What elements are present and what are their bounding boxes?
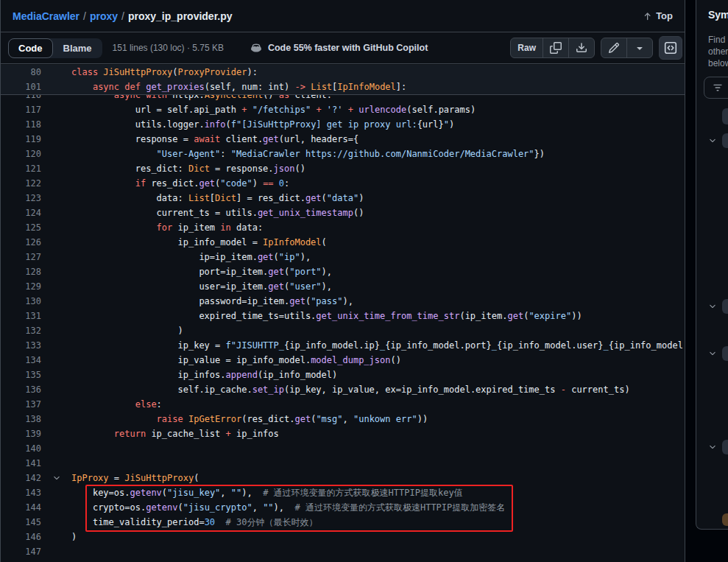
collapse-chevron-icon[interactable] [41,471,71,485]
line-number[interactable]: 147 [1,544,41,559]
chevron-down-icon[interactable] [708,136,717,145]
download-icon [576,42,587,54]
top-link-label: Top [656,10,673,21]
gutter [41,412,71,426]
copy-icon [550,42,562,54]
code-text: password=ip_item.get("pass"), [71,294,685,309]
line-number[interactable]: 137 [1,397,41,412]
copilot-banner[interactable]: Code 55% faster with GitHub Copilot [250,42,428,54]
line-number[interactable]: 120 [1,147,41,161]
code-text: ip=ip_item.get("ip"), [71,250,685,264]
filter-symbols-input[interactable] [704,77,728,99]
line-number[interactable]: 143 [1,485,41,500]
line-number[interactable]: 139 [1,426,41,441]
breadcrumb-folder-link[interactable]: proxy [90,10,118,22]
gutter [41,338,71,353]
line-number[interactable]: 129 [1,279,41,294]
code-line: 119 response = await client.get(url, hea… [1,132,685,147]
line-number[interactable]: 125 [1,220,41,235]
code-text: else: [71,397,685,412]
breadcrumb-separator: / [83,10,86,22]
copilot-icon [250,42,262,54]
line-number[interactable]: 131 [1,309,41,323]
code-line: 101 async def get_proxies(self, num: int… [1,80,685,94]
chevron-down-icon[interactable] [708,349,717,358]
line-number[interactable]: 132 [1,323,41,338]
gutter [41,323,71,338]
description-line: below or in the code. [708,57,728,69]
gutter [41,397,71,412]
code-line: 133 ip_key = f"JISUHTTP_{ip_info_model.i… [1,338,685,353]
breadcrumb-repo-link[interactable]: MediaCrawler [13,10,79,22]
code-line: 127 ip=ip_item.get("ip"), [1,250,685,264]
line-number[interactable]: 119 [1,132,41,147]
line-number[interactable]: 133 [1,338,41,353]
line-number[interactable]: 122 [1,176,41,191]
code-text: async def get_proxies(self, num: int) ->… [71,80,685,94]
symbols-tree-row [696,133,728,148]
file-view-card: MediaCrawler / proxy / proxy_ip_provider… [0,0,685,562]
code-line: 132 ) [1,323,685,338]
copilot-banner-text: Code 55% faster with GitHub Copilot [268,43,428,53]
symbol-item[interactable] [722,513,728,526]
code-text [71,441,685,456]
symbol-item[interactable] [722,346,728,361]
line-number[interactable]: 118 [1,117,41,132]
caret-down-icon [634,42,646,54]
line-number[interactable]: 136 [1,382,41,397]
line-number[interactable]: 145 [1,515,41,530]
line-number[interactable]: 135 [1,368,41,382]
tab-blame[interactable]: Blame [53,38,102,58]
gutter [41,191,71,206]
symbol-item[interactable] [722,440,728,454]
line-number[interactable]: 138 [1,412,41,426]
code-text: url = self.api_path + "/fetchips" + '?' … [71,102,685,117]
line-number[interactable]: 141 [1,456,41,471]
copy-button[interactable] [543,38,568,57]
line-number[interactable]: 101 [1,80,41,94]
code-line: 117 url = self.api_path + "/fetchips" + … [1,102,685,117]
code-line: 147 [1,544,685,559]
symbol-item[interactable] [722,108,728,124]
symbols-tree-row [696,108,728,124]
code-text [71,544,685,559]
gutter [41,161,71,176]
line-number[interactable]: 128 [1,264,41,279]
line-number[interactable]: 80 [1,65,41,80]
line-number[interactable]: 144 [1,500,41,515]
chevron-down-icon[interactable] [708,443,717,452]
pencil-icon [608,42,620,54]
gutter [41,544,71,559]
code-text: "User-Agent": "MediaCrawler https://gith… [71,147,685,161]
edit-dropdown-button[interactable] [626,38,652,57]
line-number[interactable]: 134 [1,353,41,368]
line-number[interactable]: 127 [1,250,41,264]
symbols-panel-toggle-button[interactable] [659,36,682,60]
line-number[interactable]: 142 [1,471,41,485]
symbol-item[interactable] [722,133,728,148]
gutter [41,132,71,147]
raw-button[interactable]: Raw [511,38,543,57]
download-button[interactable] [568,38,594,57]
line-number[interactable]: 130 [1,294,41,309]
line-number[interactable]: 140 [1,441,41,456]
line-number[interactable]: 146 [1,530,41,544]
back-to-top-link[interactable]: Top [642,10,673,21]
code-line: 80class JiSuHttpProxy(ProxyProvider): [1,65,685,80]
breadcrumb: MediaCrawler / proxy / proxy_ip_provider… [13,10,233,22]
code-line: 125 for ip_item in data: [1,220,685,235]
line-number[interactable]: 126 [1,235,41,250]
code-line: 140 [1,441,685,456]
code-blame-switcher: Code Blame [8,38,102,58]
code-text: if res_dict.get("code") == 0: [71,176,685,191]
chevron-down-icon[interactable] [708,302,717,311]
edit-button[interactable] [601,38,626,57]
line-number[interactable]: 121 [1,161,41,176]
tab-code[interactable]: Code [8,38,53,58]
gutter [41,206,71,220]
symbol-item[interactable] [722,299,728,314]
line-number[interactable]: 124 [1,206,41,220]
code-text: ip_key = f"JISUHTTP_{ip_info_model.ip}_{… [71,338,685,353]
line-number[interactable]: 123 [1,191,41,206]
line-number[interactable]: 117 [1,102,41,117]
